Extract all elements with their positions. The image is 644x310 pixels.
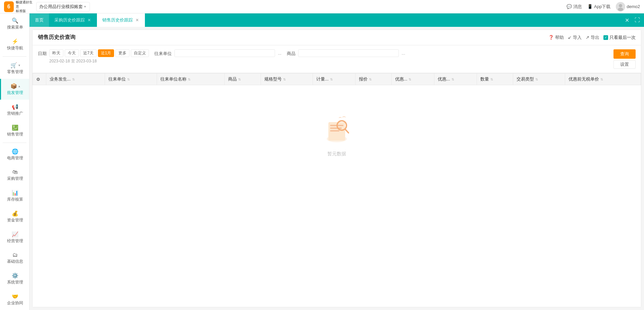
- marketing-icon: 📢: [12, 104, 18, 110]
- tab-purchase-history[interactable]: 采购历史价跟踪 ✕: [49, 13, 97, 27]
- query-button[interactable]: 查询: [613, 49, 636, 59]
- avatar: [616, 2, 625, 11]
- th-spec[interactable]: 规格型号 ⇅: [261, 73, 313, 85]
- page-title: 销售历史价查询: [38, 34, 75, 41]
- th-partner-name[interactable]: 往来单位名称 ⇅: [157, 73, 224, 85]
- empty-state-illustration: [320, 112, 354, 146]
- th-discount2[interactable]: 优惠... ⇅: [434, 73, 477, 85]
- content-area: 首页 采购历史价跟踪 ✕ 销售历史价跟踪 ✕ ✕ ⛶ 销售历史价查询: [30, 13, 644, 310]
- th-unit[interactable]: 计量... ⇅: [313, 73, 355, 85]
- sort-quote-price-icon: ⇅: [369, 78, 372, 81]
- date-btn-today[interactable]: 今天: [65, 49, 79, 57]
- sidebar-item-label: 快捷导航: [7, 45, 23, 51]
- date-btn-7days[interactable]: 近7天: [80, 49, 97, 57]
- workspace-label: 办公用品行业模拟账套: [39, 4, 83, 10]
- sidebar-item-marketing[interactable]: 📢 营销推广: [0, 100, 29, 120]
- sidebar-item-inventory[interactable]: 📊 库存核算: [0, 186, 29, 206]
- export-button[interactable]: ↗ 导出: [586, 35, 599, 41]
- product-input-group: ...: [298, 49, 405, 57]
- sidebar-item-ops-mgmt[interactable]: 📈 经营管理: [0, 227, 29, 248]
- sort-pretax-price-icon: ⇅: [600, 78, 603, 81]
- logo-text: 畅捷通好生意 标准版: [16, 0, 34, 13]
- sidebar-item-label: 企业协同: [7, 300, 23, 306]
- purchase-history-tab-label: 采购历史价跟踪: [54, 17, 85, 23]
- th-quantity[interactable]: 数量 ⇅: [477, 73, 513, 85]
- sidebar-divider-1: [3, 56, 26, 57]
- tab-sales-history[interactable]: 销售历史价跟踪 ✕: [97, 13, 145, 27]
- date-btn-yesterday[interactable]: 昨天: [49, 49, 63, 57]
- page-actions: ❓ 帮助 ↙ 导入 ↗ 导出 ✓ 只看最后一次: [548, 35, 636, 41]
- svg-rect-6: [330, 127, 342, 129]
- product-dots-icon[interactable]: ...: [401, 51, 405, 56]
- sidebar-item-label: 营销推广: [7, 111, 23, 116]
- sort-quantity-icon: ⇅: [490, 78, 493, 81]
- user-profile-button[interactable]: demo2: [616, 2, 640, 11]
- quick-nav-icon: ⚡: [12, 38, 18, 45]
- sidebar-item-label: 电商管理: [7, 155, 23, 161]
- sidebar-item-quick-nav[interactable]: ⚡ 快捷导航: [0, 34, 29, 55]
- sales-mgmt-icon: 💹: [12, 124, 18, 131]
- sidebar-item-wholesale-mgmt[interactable]: 📦 ▴ 批发管理: [0, 79, 29, 100]
- empty-state-row: 暂元数据: [33, 85, 641, 184]
- filter-bar: 日期 昨天 今天 近7天 近1月 更多 自定义 2023-02-18 至 202…: [33, 45, 641, 73]
- sort-partner-name-icon: ⇅: [188, 78, 191, 81]
- main-layout: 🔍 搜索菜单 ⚡ 快捷导航 🛒 ▾ 零售管理 📦 ▴ 批发管理 📢 营销推广: [0, 13, 644, 310]
- app-download-button[interactable]: 📱 App下载: [587, 4, 610, 10]
- sidebar-item-retail-mgmt[interactable]: 🛒 ▾ 零售管理: [0, 58, 29, 79]
- th-biz-date[interactable]: 业务发生... ⇅: [46, 73, 105, 85]
- sidebar-item-label: 资金管理: [7, 217, 23, 223]
- page-header: 销售历史价查询 ❓ 帮助 ↙ 导入 ↗ 导出 ✓: [33, 30, 641, 45]
- workspace-selector[interactable]: 办公用品行业模拟账套 ▾: [36, 2, 90, 11]
- sidebar-item-purchase-mgmt[interactable]: 🛍 采购管理: [0, 165, 29, 186]
- fullscreen-icon[interactable]: ⛶: [633, 16, 641, 24]
- wholesale-mgmt-icon: 📦: [10, 83, 17, 89]
- date-btn-more[interactable]: 更多: [115, 49, 129, 57]
- sort-unit-icon: ⇅: [330, 78, 333, 81]
- sidebar-item-label: 销售管理: [7, 132, 23, 137]
- help-button[interactable]: ❓ 帮助: [548, 35, 564, 41]
- partner-input[interactable]: [174, 49, 275, 57]
- retail-mgmt-icon: 🛒: [10, 62, 17, 68]
- tab-home[interactable]: 首页: [30, 13, 49, 27]
- sidebar-item-base-info[interactable]: 🗂 基础信息: [0, 248, 29, 268]
- purchase-mgmt-icon: 🛍: [12, 169, 18, 175]
- product-input[interactable]: [298, 49, 399, 57]
- sidebar-item-system-mgmt[interactable]: ⚙️ 系统管理: [0, 268, 29, 289]
- search-menu-icon: 🔍: [12, 17, 18, 24]
- messages-button[interactable]: 💬 消息: [567, 4, 582, 10]
- close-window-icon[interactable]: ✕: [624, 16, 631, 25]
- sort-discount2-icon: ⇅: [451, 78, 454, 81]
- th-quote-price[interactable]: 报价 ⇅: [356, 73, 392, 85]
- only-last-checkbox[interactable]: ✓: [603, 35, 608, 40]
- sidebar-item-search-menu[interactable]: 🔍 搜索菜单: [0, 13, 29, 34]
- partner-dots-icon[interactable]: ...: [278, 51, 281, 56]
- sort-product-icon: ⇅: [238, 78, 241, 81]
- date-filter-label: 日期: [38, 49, 47, 57]
- th-partner-code[interactable]: 往来单位 ⇅: [105, 73, 157, 85]
- sort-discount1-icon: ⇅: [409, 78, 411, 81]
- sidebar-item-finance-mgmt[interactable]: 💰 资金管理: [0, 206, 29, 227]
- only-last-checkbox-label[interactable]: ✓ 只看最后一次: [603, 35, 636, 41]
- sidebar-item-label: 基础信息: [7, 259, 23, 264]
- page-container: 销售历史价查询 ❓ 帮助 ↙ 导入 ↗ 导出 ✓: [32, 30, 641, 307]
- import-button[interactable]: ↙ 导入: [568, 35, 582, 41]
- th-pretax-price[interactable]: 优惠前无税单价 ⇅: [565, 73, 641, 85]
- enterprise-collab-icon: 🤝: [12, 293, 18, 300]
- table-settings-icon[interactable]: ⚙: [36, 77, 40, 82]
- sidebar-item-enterprise-collab[interactable]: 🤝 企业协同: [0, 289, 29, 310]
- sidebar-item-ecom-mgmt[interactable]: 🌐 电商管理: [0, 144, 29, 165]
- settings-button[interactable]: 设置: [613, 60, 636, 69]
- date-btn-custom[interactable]: 自定义: [131, 49, 149, 57]
- help-icon: ❓: [548, 35, 554, 40]
- sales-history-tab-close-icon[interactable]: ✕: [135, 17, 140, 23]
- wholesale-arrow-icon: ▴: [18, 84, 20, 88]
- purchase-history-tab-close-icon[interactable]: ✕: [87, 17, 92, 23]
- date-btn-1month[interactable]: 近1月: [98, 49, 114, 57]
- th-settings[interactable]: ⚙: [33, 73, 46, 85]
- th-product[interactable]: 商品 ⇅: [225, 73, 261, 85]
- th-discount1[interactable]: 优惠... ⇅: [391, 73, 434, 85]
- sort-partner-code-icon: ⇅: [127, 78, 130, 81]
- th-trade-type[interactable]: 交易类型 ⇅: [513, 73, 565, 85]
- sidebar-item-sales-mgmt[interactable]: 💹 销售管理: [0, 120, 29, 141]
- retail-arrow-icon: ▾: [18, 63, 20, 67]
